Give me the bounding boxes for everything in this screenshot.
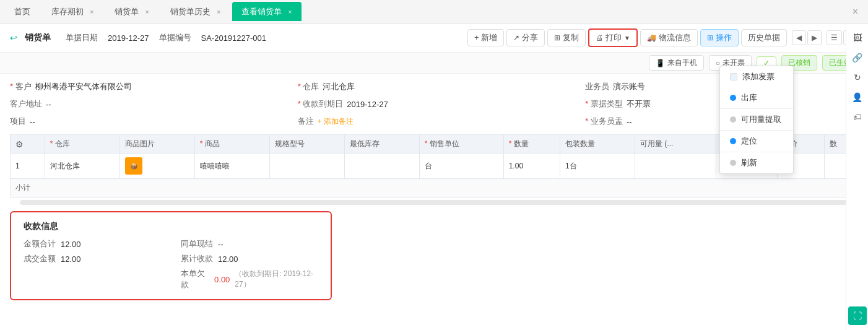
customer-value: 柳州粤港平安气体有限公司 — [35, 81, 132, 92]
window-close-button[interactable]: × — [848, 6, 863, 17]
operation-button[interactable]: ⊞ 操作 — [700, 29, 739, 46]
row-quantity: 1.00 — [503, 154, 560, 179]
add-button[interactable]: + 新增 — [467, 29, 504, 46]
sidebar-person-btn[interactable]: 👤 — [848, 88, 867, 106]
settings-icon[interactable]: ⚙ — [15, 139, 24, 149]
sidebar-refresh-btn[interactable]: ↻ — [848, 68, 867, 87]
person-icon: 👤 — [852, 92, 862, 102]
total-amount-value: 12.00 — [61, 240, 81, 249]
tab-home-label: 首页 — [14, 6, 30, 17]
doc-icon: ↩ — [10, 33, 17, 43]
cumulative-value: 12.00 — [218, 254, 238, 264]
tab-bar: 首页 库存期初 × 销货单 × 销货单历史 × 查看销货单 × × — [0, 0, 868, 24]
from-phone-button[interactable]: 📱 来自手机 — [649, 55, 704, 71]
col-quantity: 数量 — [503, 135, 560, 154]
same-order-label: 同单现结 — [181, 238, 213, 250]
from-phone-label: 来自手机 — [667, 58, 697, 68]
document-title: 销货单 — [25, 32, 51, 43]
add-label: + 新增 — [474, 32, 497, 43]
owed-hint: （收款到期日: 2019-12-27） — [235, 269, 318, 290]
tag-icon: 🏷 — [853, 112, 862, 122]
address-label: 客户地址 — [10, 98, 42, 110]
horizontal-scrollbar[interactable] — [20, 200, 848, 205]
same-order-value: -- — [218, 240, 224, 249]
sidebar-image-btn[interactable]: 🖼 — [848, 28, 867, 47]
tab-inventory-init-close[interactable]: × — [90, 8, 93, 15]
payment-due-label: 收款到期日 — [298, 98, 344, 110]
product-image: 📦 — [125, 157, 142, 175]
doc-meta: 单据日期 2019-12-27 单据编号 SA-20191227-001 — [66, 32, 266, 43]
share-label: 分享 — [522, 32, 538, 43]
col-product-img: 商品图片 — [119, 135, 194, 154]
sales-employee-value: -- — [627, 117, 632, 126]
prev-button[interactable]: ◀ — [792, 30, 806, 45]
outbound-label: 出库 — [741, 92, 757, 103]
tab-sales-history-label: 销货单历史 — [170, 6, 210, 17]
summary-title: 收款信息 — [24, 221, 318, 232]
tab-sales-history[interactable]: 销货单历史 × — [161, 2, 230, 21]
col-spec: 规格型号 — [269, 135, 344, 154]
subtotal-label: 小计 — [11, 179, 858, 198]
col-settings: ⚙ — [11, 135, 45, 154]
tab-inventory-init[interactable]: 库存期初 × — [42, 2, 103, 21]
menu-available-qty[interactable]: 可用量提取 — [720, 109, 793, 130]
tab-home[interactable]: 首页 — [5, 2, 40, 21]
ticket-type-value: 不开票 — [627, 98, 651, 110]
col-warehouse: 仓库 — [45, 135, 119, 154]
share-icon: ↗ — [513, 33, 519, 42]
menu-locate[interactable]: 定位 — [720, 131, 793, 152]
print-button[interactable]: 🖨 打印 ▼ — [588, 28, 638, 47]
print-icon: 🖨 — [596, 33, 603, 42]
next-button[interactable]: ▶ — [807, 30, 822, 45]
right-sidebar: 🖼 🔗 ↻ 👤 🏷 ⛶ — [846, 24, 868, 330]
customer-label: 客户 — [10, 81, 32, 92]
copy-icon: ⊞ — [554, 33, 560, 42]
menu-refresh[interactable]: 刷新 — [720, 152, 793, 173]
logistics-button[interactable]: 🚚 物流信息 — [640, 29, 698, 46]
toolbar-actions: + 新增 ↗ 分享 ⊞ 复制 🖨 打印 ▼ 🚚 物流信息 ⊞ 操作 — [467, 28, 858, 47]
sidebar-expand-btn[interactable]: ⛶ — [848, 306, 867, 325]
payment-due-value: 2019-12-27 — [347, 100, 388, 109]
deal-amount-label: 成交金额 — [24, 253, 56, 264]
tab-view-sales[interactable]: 查看销货单 × — [232, 2, 301, 21]
tab-sales-order-label: 销货单 — [115, 6, 139, 17]
owed-row: 本单欠款 0.00 （收款到期日: 2019-12-27） — [181, 268, 318, 290]
add-remark-button[interactable]: + 添加备注 — [318, 116, 354, 127]
col-product: 商品 — [194, 135, 269, 154]
dot-blue-icon — [730, 95, 736, 101]
menu-outbound[interactable]: 出库 — [720, 87, 793, 108]
logistics-label: 物流信息 — [659, 32, 691, 43]
current-owed-row — [24, 268, 161, 290]
history-label: 历史单据 — [748, 32, 780, 43]
row-warehouse: 河北仓库 — [45, 154, 119, 179]
dot-grey-icon — [730, 116, 736, 123]
available-qty-label: 可用量提取 — [741, 114, 781, 125]
summary-section: 收款信息 金额合计 12.00 同单现结 -- 成交金额 12.00 累计收款 … — [10, 211, 332, 300]
operation-icon: ⊞ — [707, 33, 713, 42]
owed-value: 0.00 — [214, 275, 230, 284]
tab-sales-order-close[interactable]: × — [145, 8, 149, 15]
ticket-type-label: 票据类型 — [585, 98, 623, 110]
share-button[interactable]: ↗ 分享 — [506, 29, 545, 46]
row-product-img: 📦 — [119, 154, 194, 179]
copy-button[interactable]: ⊞ 复制 — [547, 29, 586, 46]
menu-add-invoice[interactable]: 添加发票 — [720, 66, 793, 87]
address-row: 客户地址 -- — [10, 98, 283, 110]
cumulative-label: 累计收款 — [181, 253, 213, 264]
sidebar-tag-btn[interactable]: 🏷 — [848, 108, 867, 126]
history-button[interactable]: 历史单据 — [741, 29, 787, 46]
operation-label: 操作 — [716, 32, 732, 43]
deal-amount-row: 成交金额 12.00 — [24, 253, 161, 264]
ticket-icon: ○ — [716, 59, 720, 67]
sidebar-link-btn[interactable]: 🔗 — [848, 48, 867, 67]
deal-amount-value: 12.00 — [61, 254, 81, 264]
tab-view-sales-close[interactable]: × — [288, 8, 292, 15]
col-min-stock: 最低库存 — [344, 135, 419, 154]
row-min-stock — [344, 154, 419, 179]
list-view-button[interactable]: ☰ — [827, 30, 842, 45]
tab-sales-history-close[interactable]: × — [217, 8, 220, 15]
col-available: 可用量 (... — [635, 135, 716, 154]
project-row: 项目 -- — [10, 116, 283, 127]
address-value: -- — [46, 100, 51, 109]
tab-sales-order[interactable]: 销货单 × — [105, 2, 158, 21]
